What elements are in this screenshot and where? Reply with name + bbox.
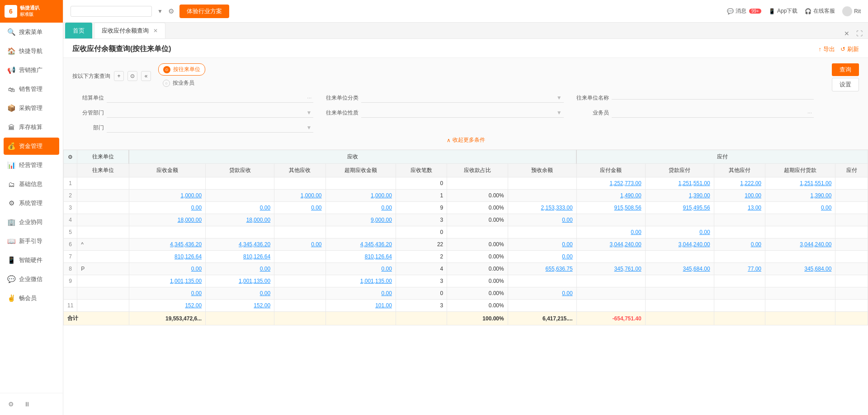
cell-ar_overdue[interactable]: 101.00 xyxy=(326,300,396,312)
maximize-window-btn[interactable]: ⛶ xyxy=(854,29,864,38)
cell-ar_amount[interactable]: 0.00 xyxy=(129,263,205,275)
set-btn[interactable]: 设置 xyxy=(832,78,859,91)
collapse-scheme-btn[interactable]: « xyxy=(141,71,151,81)
cell-ap_other[interactable]: 0.00 xyxy=(714,239,765,251)
cell-ap_amount[interactable]: 0.00 xyxy=(576,226,645,239)
cell-ar_overdue[interactable]: 1,001,135.00 xyxy=(326,275,396,287)
cell-ar_loan[interactable]: 18,000.00 xyxy=(206,214,274,226)
cell-ap_loan[interactable]: 345,684.00 xyxy=(645,263,714,275)
promo-btn[interactable]: 体验行业方案 xyxy=(179,5,229,18)
cell-ar_amount[interactable]: 1,001,135.00 xyxy=(129,275,205,287)
online-service-btn[interactable]: 🎧 在线客服 xyxy=(805,7,835,15)
topbar-search-input[interactable] xyxy=(71,6,152,17)
cell-ap_loan[interactable]: 3,044,240.00 xyxy=(645,239,714,251)
cell-ar_overdue[interactable]: 0.00 xyxy=(326,202,396,214)
sidebar-item-finance[interactable]: 💰 资金管理 xyxy=(4,138,59,155)
sidebar-item-hardware[interactable]: 📱 智能硬件 xyxy=(0,251,63,270)
collapse-footer-btn[interactable]: ⏸ xyxy=(21,398,33,410)
dept-input[interactable]: ▼ xyxy=(107,108,313,118)
edit-scheme-btn[interactable]: ⊙ xyxy=(127,71,137,81)
th-settings[interactable]: ⚙ xyxy=(64,150,77,164)
sidebar-item-shortcut[interactable]: 🏠 快捷导航 xyxy=(0,42,63,61)
sidebar-item-inventory[interactable]: 🏛 库存核算 xyxy=(0,118,63,137)
cell-ar_overdue[interactable]: 1,000.00 xyxy=(326,190,396,202)
sidebar-item-wechat[interactable]: 💬 企业微信 xyxy=(0,270,63,289)
cell-ap_loan[interactable]: 1,251,551.00 xyxy=(645,177,714,190)
cell-ar_amount[interactable]: 1,000.00 xyxy=(129,190,205,202)
cell-advance[interactable]: 0.00 xyxy=(508,251,576,263)
messages-btn[interactable]: 💬 消息 99+ xyxy=(727,7,761,15)
cell-ap_overdue[interactable]: 3,044,240.00 xyxy=(765,239,835,251)
cell-ar_loan[interactable]: 4,345,436.20 xyxy=(206,239,274,251)
cell-ar_overdue[interactable]: 0.00 xyxy=(326,263,396,275)
nature-input[interactable]: ▼ xyxy=(361,108,563,118)
cell-advance[interactable]: 0.00 xyxy=(508,239,576,251)
refresh-btn[interactable]: ↺ 刷新 xyxy=(840,45,859,53)
cell-ar_other[interactable]: 0.00 xyxy=(274,239,326,251)
cell-ar_amount[interactable]: 810,126.64 xyxy=(129,251,205,263)
export-btn[interactable]: ↑ 导出 xyxy=(819,45,835,53)
cell-ap_other[interactable]: 1,222.00 xyxy=(714,177,765,190)
cell-advance[interactable]: 2,153,333.00 xyxy=(508,202,576,214)
sidebar-item-operation[interactable]: 📊 经营管理 xyxy=(0,156,63,175)
department-input[interactable]: ▼ xyxy=(107,123,313,133)
cell-ap_amount[interactable]: 1,252,773.00 xyxy=(576,177,645,190)
cell-ap_other[interactable]: 13.00 xyxy=(714,202,765,214)
cell-ar_amount[interactable]: 0.00 xyxy=(129,202,205,214)
cell-ar_amount[interactable]: 4,345,436.20 xyxy=(129,239,205,251)
cell-ar_loan[interactable]: 0.00 xyxy=(206,287,274,300)
cell-ar_overdue[interactable]: 0.00 xyxy=(326,287,396,300)
cell-ar_amount[interactable]: 152.00 xyxy=(129,300,205,312)
cell-ar_loan[interactable]: 1,001,135.00 xyxy=(206,275,274,287)
cell-ap_overdue[interactable]: 1,390.00 xyxy=(765,190,835,202)
sidebar-item-sales[interactable]: 🛍 销售管理 xyxy=(0,80,63,99)
query-btn[interactable]: 查询 xyxy=(832,63,859,76)
sidebar-item-member[interactable]: ✌ 畅会员 xyxy=(0,289,63,308)
cell-ar_amount[interactable]: 18,000.00 xyxy=(129,214,205,226)
user-menu[interactable]: Rit xyxy=(842,6,861,16)
cell-ar_other[interactable]: 1,000.00 xyxy=(274,190,326,202)
cell-ar_other[interactable]: 0.00 xyxy=(274,202,326,214)
table-settings-icon[interactable]: ⚙ xyxy=(68,154,73,160)
settings-footer-btn[interactable]: ⚙ xyxy=(5,398,17,410)
cell-ap_amount[interactable]: 3,044,240.00 xyxy=(576,239,645,251)
scheme1-option[interactable]: ⊙ 按往来单位 xyxy=(158,63,205,76)
cell-ap_other[interactable]: 77.00 xyxy=(714,263,765,275)
sidebar-item-search[interactable]: 🔍 搜索菜单 xyxy=(0,23,63,42)
collapse-conditions-btn[interactable]: ∧ 收起更多条件 xyxy=(72,136,859,144)
cell-ar_overdue[interactable]: 9,000.00 xyxy=(326,214,396,226)
scheme2-option[interactable]: ○ 按业务员 xyxy=(158,77,205,89)
settlement-input[interactable]: ··· xyxy=(107,93,313,103)
cell-advance[interactable]: 655,636.75 xyxy=(508,263,576,275)
sidebar-item-basic[interactable]: 🗂 基础信息 xyxy=(0,175,63,194)
topbar-settings-icon[interactable]: ⚙ xyxy=(168,7,174,15)
cell-ap_other[interactable]: 100.00 xyxy=(714,190,765,202)
tab-close-icon[interactable]: ✕ xyxy=(153,28,158,34)
app-download-btn[interactable]: 📱 App下载 xyxy=(769,7,797,15)
cell-advance[interactable]: 0.00 xyxy=(508,214,576,226)
cell-ap_amount[interactable]: 915,508.56 xyxy=(576,202,645,214)
sidebar-item-enterprise[interactable]: 🏢 企业协同 xyxy=(0,213,63,232)
cell-ap_loan[interactable]: 1,390.00 xyxy=(645,190,714,202)
cell-ap_overdue[interactable]: 1,251,551.00 xyxy=(765,177,835,190)
cell-ar_loan[interactable]: 152.00 xyxy=(206,300,274,312)
cell-ar_loan[interactable]: 810,126.64 xyxy=(206,251,274,263)
sidebar-item-guide[interactable]: 📖 新手引导 xyxy=(0,232,63,251)
cell-ap_overdue[interactable]: 345,684.00 xyxy=(765,263,835,275)
cell-ap_loan[interactable]: 915,495.56 xyxy=(645,202,714,214)
sidebar-item-purchase[interactable]: 📦 采购管理 xyxy=(0,99,63,118)
cell-ap_overdue[interactable]: 0.00 xyxy=(765,202,835,214)
category-input[interactable]: ▼ xyxy=(361,93,563,103)
cell-ar_loan[interactable]: 0.00 xyxy=(206,202,274,214)
topbar-dropdown-icon[interactable]: ▼ xyxy=(157,8,163,14)
cell-ap_amount[interactable]: 345,761.00 xyxy=(576,263,645,275)
cell-ar_loan[interactable]: 0.00 xyxy=(206,263,274,275)
cell-ar_amount[interactable]: 0.00 xyxy=(129,287,205,300)
cell-ap_amount[interactable]: 1,490.00 xyxy=(576,190,645,202)
tab-home[interactable]: 首页 xyxy=(65,23,92,38)
close-window-btn[interactable]: ✕ xyxy=(842,29,852,38)
cell-ar_overdue[interactable]: 810,126.64 xyxy=(326,251,396,263)
salesman-input[interactable]: ··· xyxy=(612,108,814,118)
sidebar-item-system[interactable]: ⚙ 系统管理 xyxy=(0,194,63,213)
cell-advance[interactable]: 0.00 xyxy=(508,287,576,300)
